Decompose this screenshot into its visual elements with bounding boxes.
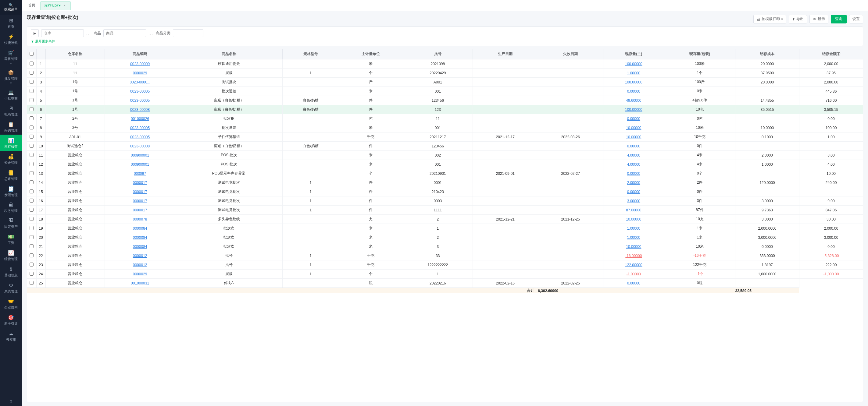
expand-toggle[interactable]: ▼ 展开更多条件 [31,39,55,43]
cell-check[interactable] [27,114,36,123]
cell-check[interactable] [27,224,36,233]
tab-inventory-batch[interactable]: 库存批次▾ × [40,1,71,10]
tab-close-icon[interactable]: × [62,3,67,8]
cell-code[interactable]: 001000026 [105,114,175,123]
sidebar-item-inventory[interactable]: 📊 库存核查 [0,135,22,151]
cell-code[interactable]: 0000012 [105,251,175,261]
cell-qty-main[interactable]: 0.00000 [603,279,664,288]
sidebar-item-collab[interactable]: 🤝 企业协同 [0,296,22,312]
sidebar-item-retail[interactable]: 🛒 零售管理 ▼ [0,47,22,67]
cell-code[interactable]: 0023-00005 [105,123,175,133]
sidebar-item-small-ecom[interactable]: 💻 小批电商 [0,87,22,103]
cell-check[interactable] [27,233,36,242]
sidebar-item-guide[interactable]: 🎯 新手引导 [0,312,22,328]
cell-check[interactable] [27,206,36,215]
sidebar-item-purchase[interactable]: 📋 采购管理 [0,119,22,135]
cell-code[interactable]: 0000029 [105,270,175,279]
sidebar-item-home[interactable]: ⊞ 首页 [0,14,22,31]
cell-code[interactable]: 0023-00005 [105,96,175,105]
cell-code[interactable]: 0000084 [105,242,175,251]
cell-code[interactable]: 0000029 [105,69,175,78]
cell-check[interactable] [27,279,36,288]
sidebar-item-finance[interactable]: 💰 资金管理 [0,151,22,167]
cell-code[interactable]: 0023-00009 [105,59,175,69]
cell-code[interactable]: 000097 [105,169,175,178]
cell-code[interactable]: 0000012 [105,261,175,270]
cell-qty-main[interactable]: 4.00000 [603,160,664,169]
cell-qty-main[interactable]: 49.60000 [603,96,664,105]
cell-qty-main[interactable]: 0.00000 [603,142,664,151]
sidebar-item-salary[interactable]: 💵 工资 [0,231,22,247]
sidebar-search[interactable]: 🔍 搜索菜单 [0,0,22,14]
cell-code[interactable]: 0000084 [105,233,175,242]
cell-qty-main[interactable]: 1.00000 [603,69,664,78]
sidebar-item-assets[interactable]: 🏗 固定资产 [0,215,22,231]
sidebar-item-wholesale[interactable]: 📦 批发管理 ▼ [0,67,22,87]
setting-button[interactable]: 设置 [849,15,863,24]
export-button[interactable]: ⬆ 导出 [789,15,807,24]
sidebar-item-ecom[interactable]: 🖥 电商管理 [0,103,22,119]
cell-check[interactable] [27,261,36,270]
cell-code[interactable]: 0000017 [105,187,175,197]
cell-check[interactable] [27,197,36,206]
cell-qty-main[interactable]: 0.00000 [603,114,664,123]
sidebar-item-tax[interactable]: 🏛 税务管理 [0,199,22,215]
cell-qty-main[interactable]: 122.00000 [603,261,664,270]
cell-code[interactable]: 0000078 [105,215,175,224]
cell-qty-main[interactable]: 3.00000 [603,197,664,206]
filter-expand-btn[interactable]: ▶ [31,29,39,37]
sidebar-item-ledger[interactable]: 📒 总账管理 [0,167,22,183]
cell-qty-main[interactable]: 0.00000 [603,187,664,197]
cell-check[interactable] [27,96,36,105]
cell-qty-main[interactable]: 10.00000 [603,242,664,251]
cell-qty-main[interactable]: -1.00000 [603,270,664,279]
cell-qty-main[interactable]: 0.00000 [603,87,664,96]
warehouse-input[interactable] [41,29,84,37]
cell-code[interactable]: 000900001 [105,151,175,160]
sidebar-item-operations[interactable]: 📈 经营管理 [0,247,22,263]
search-button[interactable]: 查询 [831,15,847,24]
cell-code[interactable]: 0000084 [105,224,175,233]
tab-home[interactable]: 首页 [24,1,39,10]
cell-check[interactable] [27,59,36,69]
sidebar-item-cloud[interactable]: ☁ 云应用 [0,328,22,344]
cell-check[interactable] [27,133,36,142]
cell-code[interactable]: 0000017 [105,178,175,187]
cell-code[interactable]: 0000017 [105,206,175,215]
cell-check[interactable] [27,87,36,96]
cell-check[interactable] [27,151,36,160]
cell-qty-main[interactable]: 100.00000 [603,78,664,87]
cell-qty-main[interactable]: 100.00000 [603,105,664,114]
cell-code[interactable]: 001000031 [105,279,175,288]
cell-code[interactable]: 000900001 [105,160,175,169]
cell-code[interactable]: 0023-0000... [105,78,175,87]
display-button[interactable]: 👁 显示 [809,15,828,24]
cell-qty-main[interactable]: 0.00000 [603,169,664,178]
select-all-checkbox[interactable] [30,52,34,56]
cell-check[interactable] [27,251,36,261]
sidebar-item-quick-nav[interactable]: ⚡ 快捷导航 [0,31,22,47]
sidebar-item-system[interactable]: ⚙ 系统管理 [0,279,22,296]
cell-code[interactable]: 0023-00005 [105,87,175,96]
print-button[interactable]: 🖨 按模板打印 ▾ [753,15,786,24]
cell-check[interactable] [27,69,36,78]
cell-check[interactable] [27,178,36,187]
cell-check[interactable] [27,123,36,133]
category-select[interactable] [173,29,204,37]
cell-qty-main[interactable]: 100.00000 [603,59,664,69]
cell-check[interactable] [27,160,36,169]
cell-qty-main[interactable]: 4.00000 [603,151,664,160]
cell-code[interactable]: 0023-00008 [105,105,175,114]
cell-qty-main[interactable]: 10.00000 [603,215,664,224]
cell-check[interactable] [27,142,36,151]
cell-check[interactable] [27,78,36,87]
cell-qty-main[interactable]: 10.00000 [603,133,664,142]
product-input[interactable] [103,29,146,37]
cell-code[interactable]: 0023-00008 [105,142,175,151]
cell-qty-main[interactable]: -16.00000 [603,251,664,261]
sidebar-item-invoice[interactable]: 🧾 发票管理 [0,183,22,199]
cell-check[interactable] [27,169,36,178]
cell-check[interactable] [27,270,36,279]
cell-code[interactable]: 0000017 [105,197,175,206]
sidebar-settings[interactable]: ⚙ [0,397,22,406]
